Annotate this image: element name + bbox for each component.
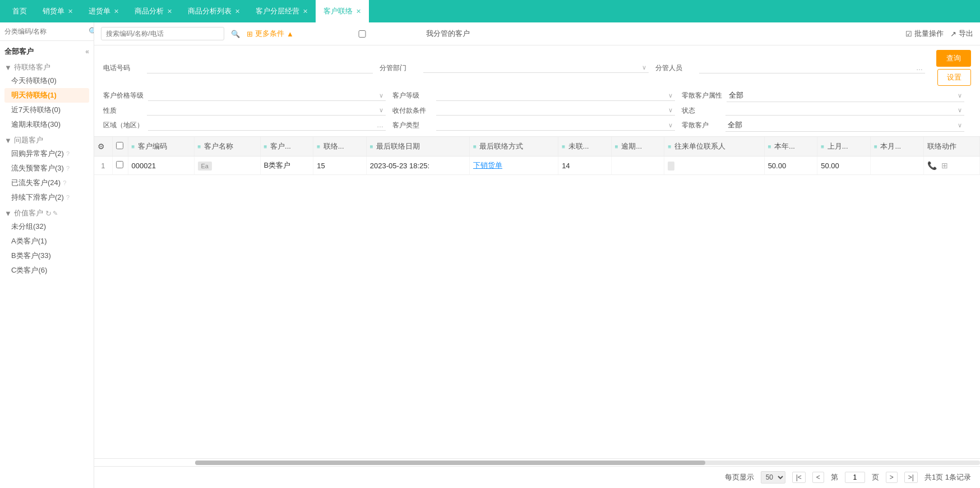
- col-last-contact-date: ≡ 最后联络日期: [366, 137, 469, 156]
- value-level-select[interactable]: ∨: [148, 91, 386, 101]
- filter-row-1: 电话号码 分管部门 ∨ 分管人员 … 查询 设置: [103, 50, 971, 86]
- edit-value-icon[interactable]: ✎: [53, 210, 58, 217]
- region-dots-icon[interactable]: …: [377, 121, 383, 129]
- row-last-month: 50.00: [817, 156, 871, 175]
- sidebar-item-class-a[interactable]: A类客户(1): [4, 234, 89, 248]
- close-product-analysis-icon[interactable]: ✕: [167, 8, 172, 15]
- col-checkbox: [112, 137, 128, 156]
- filter-payment: 收付款条件 ∨: [392, 105, 682, 116]
- sidebar-item-class-b[interactable]: B类客户(33): [4, 248, 89, 263]
- close-product-list-icon[interactable]: ✕: [235, 8, 240, 15]
- close-sales-order-icon[interactable]: ✕: [68, 8, 73, 15]
- dept-chevron-icon: ∨: [642, 64, 646, 71]
- row-this-year: 50.00: [764, 156, 817, 175]
- sidebar-item-churn-warning[interactable]: 流失预警客户(3) ?: [4, 161, 89, 176]
- manager-dots-icon[interactable]: …: [916, 64, 923, 72]
- filter-customer-level: 客户等级 ∨: [392, 91, 682, 101]
- settings-icon[interactable]: ⚙: [98, 142, 105, 151]
- last-method-link[interactable]: 下销货单: [473, 161, 502, 169]
- retail-attr-chevron-icon: ∨: [958, 92, 962, 99]
- sidebar-item-tomorrow-pending[interactable]: 明天待联络(1): [4, 88, 89, 103]
- scrollbar-thumb[interactable]: [195, 461, 705, 465]
- select-all-checkbox[interactable]: [116, 142, 123, 149]
- sidebar-item-overdue-pending[interactable]: 逾期未联络(30): [4, 117, 89, 132]
- phone-input[interactable]: [147, 63, 373, 73]
- nav-home[interactable]: 首页: [4, 0, 35, 22]
- sidebar-item-class-c[interactable]: C类客户(6): [4, 263, 89, 278]
- help-icon-2[interactable]: ?: [63, 179, 66, 186]
- customer-type-select[interactable]: ∨: [436, 121, 675, 131]
- filter-action-btns: 查询 设置: [932, 50, 971, 86]
- sort-icon-year: ≡: [768, 144, 771, 150]
- value-level-chevron-icon: ∨: [379, 92, 383, 99]
- nav-sales-order[interactable]: 销货单 ✕: [35, 0, 81, 22]
- nav-customer-tier[interactable]: 客户分层经营 ✕: [248, 0, 316, 22]
- manager-input[interactable]: …: [699, 63, 925, 73]
- sidebar-item-repurchase-abnormal[interactable]: 回购异常客户(2) ?: [4, 146, 89, 161]
- filter-region: 区域（地区） …: [103, 120, 392, 131]
- close-customer-contact-icon[interactable]: ✕: [356, 8, 361, 15]
- payment-select[interactable]: ∨: [436, 105, 675, 116]
- filter-icon: ⊞: [247, 30, 253, 38]
- customer-type-chevron-icon: ∨: [668, 122, 673, 129]
- last-page-button[interactable]: >|: [904, 472, 918, 483]
- action-grid-icon[interactable]: ⊞: [941, 161, 948, 170]
- filter-row-2: 客户价格等级 ∨ 客户等级 ∨ 零散客户属性 全部 ∨: [103, 89, 971, 102]
- dept-select[interactable]: ∨: [423, 63, 649, 73]
- search-input[interactable]: [101, 27, 224, 40]
- set-button[interactable]: 设置: [937, 69, 971, 86]
- customer-level-chevron-icon: ∨: [668, 92, 673, 99]
- sidebar-item-ungrouped[interactable]: 未分组(32): [4, 219, 89, 234]
- my-customer-checkbox[interactable]: [301, 30, 424, 38]
- sort-icon-method: ≡: [473, 144, 477, 150]
- pending-group-title: ▼ 待联络客户: [4, 59, 89, 73]
- collapse-icon[interactable]: «: [85, 48, 89, 56]
- help-icon-1[interactable]: ?: [66, 165, 70, 172]
- search-button[interactable]: 🔍: [231, 30, 240, 38]
- refresh-value-icon[interactable]: ↻: [45, 209, 52, 218]
- row-num: 1: [94, 156, 112, 175]
- row-checkbox[interactable]: [116, 161, 123, 168]
- chevron-up-icon: ▲: [286, 30, 294, 38]
- sidebar-item-churned[interactable]: 已流失客户(24) ?: [4, 176, 89, 190]
- row-contact-count: 15: [313, 156, 367, 175]
- query-button[interactable]: 查询: [936, 50, 971, 67]
- nav-customer-contact[interactable]: 客户联络 ✕: [316, 0, 369, 22]
- nav-product-analysis[interactable]: 商品分析 ✕: [127, 0, 180, 22]
- row-uncontact: 14: [558, 156, 612, 175]
- status-select[interactable]: ∨: [725, 105, 964, 116]
- region-input[interactable]: …: [148, 120, 386, 131]
- scrollbar-track: [195, 461, 980, 465]
- action-phone-icon[interactable]: 📞: [927, 161, 937, 170]
- nav-purchase-order[interactable]: 进货单 ✕: [81, 0, 127, 22]
- sidebar-search-icon[interactable]: 🔍: [89, 27, 94, 36]
- sidebar-item-7days-pending[interactable]: 近7天待联络(0): [4, 103, 89, 117]
- more-conditions-button[interactable]: ⊞ 更多条件 ▲: [247, 29, 294, 39]
- close-purchase-order-icon[interactable]: ✕: [114, 8, 119, 15]
- row-code: 000021: [128, 156, 194, 175]
- payment-chevron-icon: ∨: [668, 107, 673, 114]
- first-page-button[interactable]: |<: [792, 472, 806, 483]
- page-input[interactable]: [845, 472, 865, 483]
- help-icon-0[interactable]: ?: [66, 150, 70, 157]
- filter-retail-attr: 零散客户属性 全部 ∨: [682, 89, 971, 102]
- close-customer-tier-icon[interactable]: ✕: [303, 8, 308, 15]
- next-page-button[interactable]: >: [886, 472, 898, 483]
- customer-level-select[interactable]: ∨: [436, 91, 675, 101]
- prev-page-button[interactable]: <: [812, 472, 824, 483]
- batch-op-button[interactable]: ☑ 批量操作: [905, 29, 944, 39]
- retail-customer-select[interactable]: 全部 ∨: [725, 119, 964, 132]
- filter-row-3: 性质 ∨ 收付款条件 ∨ 状态 ∨: [103, 105, 971, 116]
- export-button[interactable]: ↗ 导出: [950, 29, 973, 39]
- retail-attr-select[interactable]: 全部 ∨: [727, 89, 964, 102]
- sort-icon-type: ≡: [264, 144, 267, 150]
- help-icon-3[interactable]: ?: [66, 194, 70, 201]
- sidebar-search-input[interactable]: [4, 27, 89, 35]
- sidebar-item-today-pending[interactable]: 今天待联络(0): [4, 73, 89, 88]
- all-customers-header: 全部客户 «: [4, 44, 89, 59]
- per-page-select[interactable]: 50: [761, 471, 785, 484]
- col-uncontact: ≡ 未联...: [558, 137, 612, 156]
- nav-product-analysis-list[interactable]: 商品分析列表 ✕: [180, 0, 248, 22]
- sidebar-item-declining[interactable]: 持续下滑客户(2) ?: [4, 190, 89, 205]
- gender-select[interactable]: ∨: [147, 105, 386, 116]
